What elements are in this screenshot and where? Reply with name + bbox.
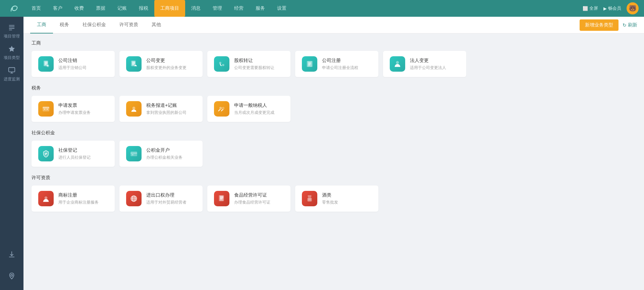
page-content: 工商公司注销适用于注销公司公司变更股权变更外的业务变更股权转让公司变更需要股权转… — [23, 33, 644, 290]
nav-item-票据[interactable]: 票据 — [90, 0, 111, 17]
main-layout: 项目管理 项目类型 进度监测 — [0, 17, 644, 290]
card-icon — [126, 146, 142, 161]
svg-rect-41 — [308, 200, 311, 200]
nav-item-服务[interactable]: 服务 — [250, 0, 271, 17]
svg-rect-28 — [132, 154, 133, 155]
card-description: 办理食品经营许可证 — [234, 200, 270, 205]
nav-item-记账[interactable]: 记账 — [111, 0, 133, 17]
fullscreen-icon: ⬜ — [583, 6, 588, 11]
refresh-icon: ↻ — [623, 22, 627, 28]
svg-point-0 — [12, 8, 13, 9]
service-card[interactable]: 申请一般纳税人当月或次月成变更完成 — [207, 96, 290, 122]
section-社保公积金: 社保公积金社保登记进行人员社保登记公积金开户办理公积金相关业务 — [32, 130, 636, 167]
nav-item-收费[interactable]: 收费 — [68, 0, 90, 17]
sidebar-bottom — [0, 244, 23, 287]
service-card[interactable]: 商标注册用于企业商标注册服务 — [32, 186, 115, 212]
download-icon — [7, 250, 16, 259]
card-name: 食品经营许可证 — [234, 192, 270, 198]
nav-item-设置[interactable]: 设置 — [271, 0, 292, 17]
new-type-button[interactable]: 新增业务类型 — [580, 19, 619, 31]
user-avatar[interactable]: 🐻 — [627, 2, 639, 14]
card-icon — [38, 191, 54, 206]
svg-marker-5 — [9, 46, 15, 51]
svg-rect-9 — [9, 257, 15, 257]
tab-bar-right: 新增业务类型 ↻ 刷新 — [580, 19, 637, 31]
service-card[interactable]: 社保登记进行人员社保登记 — [32, 141, 115, 167]
card-text: 申请一般纳税人当月或次月成变更完成 — [234, 102, 274, 116]
card-name: 公积金开户 — [146, 147, 182, 153]
service-card[interactable]: 公司注册申请公司注册全流程 — [295, 51, 378, 77]
card-description: 办理申请发票业务 — [58, 110, 91, 116]
sidebar-item-project-type[interactable]: 项目类型 — [0, 42, 23, 63]
sidebar-item-project-management[interactable]: 项目管理 — [0, 20, 23, 42]
tab-社保公积金[interactable]: 社保公积金 — [76, 17, 113, 33]
service-card[interactable]: 股权转让公司变更需要股权转让 — [207, 51, 290, 77]
fullscreen-button[interactable]: ⬜ 全屏 — [583, 5, 598, 11]
card-description: 公司变更需要股权转让 — [234, 65, 274, 71]
card-name: 社保登记 — [58, 147, 91, 153]
svg-rect-26 — [130, 152, 137, 156]
svg-point-29 — [45, 197, 48, 200]
service-card[interactable]: 法人变更适用于公司变更法人 — [383, 51, 466, 77]
card-text: 公司变更股权变更外的业务变更 — [146, 58, 186, 71]
svg-point-17 — [222, 64, 224, 66]
card-description: 办理公积金相关业务 — [146, 155, 182, 160]
nav-item-首页[interactable]: 首页 — [25, 0, 47, 17]
star-icon — [7, 44, 16, 54]
tab-工商[interactable]: 工商 — [30, 17, 53, 33]
tab-其他[interactable]: 其他 — [145, 17, 168, 33]
svg-rect-6 — [9, 67, 15, 72]
card-text: 社保登记进行人员社保登记 — [58, 147, 91, 160]
card-name: 公司注册 — [322, 58, 358, 64]
logo — [5, 0, 22, 17]
refresh-button[interactable]: ↻ 刷新 — [623, 22, 637, 28]
cards-grid: 社保登记进行人员社保登记公积金开户办理公积金相关业务 — [32, 141, 636, 167]
service-card[interactable]: 公积金开户办理公积金相关业务 — [119, 141, 203, 167]
card-icon — [302, 191, 317, 206]
service-card[interactable]: 酒类零售批发 — [295, 186, 378, 212]
nav-item-客户[interactable]: 客户 — [47, 0, 68, 17]
service-card[interactable]: 公司变更股权变更外的业务变更 — [119, 51, 203, 77]
section-title: 工商 — [32, 40, 636, 46]
service-card[interactable]: 税务报道+记账拿到营业执照的新公司 — [119, 96, 203, 122]
card-text: 公司注销适用于注销公司 — [58, 58, 87, 71]
card-name: 进出口权办理 — [146, 192, 186, 198]
service-card[interactable]: 申请发票办理申请发票业务 — [32, 96, 115, 122]
svg-rect-40 — [308, 199, 311, 199]
svg-rect-2 — [9, 26, 15, 27]
card-icon — [126, 191, 142, 206]
nav-item-报税[interactable]: 报税 — [133, 0, 154, 17]
card-description: 进行人员社保登记 — [58, 155, 91, 160]
sidebar-item-progress-monitor[interactable]: 进度监测 — [0, 63, 23, 84]
card-description: 零售批发 — [322, 200, 338, 205]
card-description: 拿到营业执照的新公司 — [146, 110, 186, 116]
nav-item-工商项目[interactable]: 工商项目 — [154, 0, 185, 17]
service-card[interactable]: 食品经营许可证办理食品经营许可证 — [207, 186, 290, 212]
nav-item-经营[interactable]: 经营 — [228, 0, 250, 17]
tab-许可资质[interactable]: 许可资质 — [113, 17, 145, 33]
card-text: 食品经营许可证办理食品经营许可证 — [234, 192, 270, 205]
nav-item-管理[interactable]: 管理 — [207, 0, 228, 17]
svg-point-21 — [396, 61, 399, 64]
tab-税务[interactable]: 税务 — [53, 17, 76, 33]
section-title: 税务 — [32, 85, 636, 91]
card-description: 适用于公司变更法人 — [410, 65, 446, 71]
top-nav-right: ⬜ 全屏 ▶ 畅会员 🐻 — [583, 2, 639, 14]
sidebar-item-download[interactable] — [0, 244, 23, 265]
sidebar-item-location[interactable] — [0, 265, 23, 287]
nav-item-消息[interactable]: 消息 — [185, 0, 207, 17]
cards-grid: 申请发票办理申请发票业务税务报道+记账拿到营业执照的新公司申请一般纳税人当月或次… — [32, 96, 636, 122]
member-button[interactable]: ▶ 畅会员 — [603, 5, 621, 11]
card-description: 股权变更外的业务变更 — [146, 65, 186, 71]
nav-items: 首页客户收费票据记账报税工商项目消息管理经营服务设置 — [25, 0, 583, 17]
card-description: 当月或次月成变更完成 — [234, 110, 274, 116]
section-title: 许可资质 — [32, 175, 636, 181]
card-text: 税务报道+记账拿到营业执照的新公司 — [146, 102, 186, 116]
card-description: 用于企业商标注册服务 — [58, 200, 99, 205]
svg-rect-4 — [9, 29, 12, 30]
card-text: 法人变更适用于公司变更法人 — [410, 58, 446, 71]
service-card[interactable]: 公司注销适用于注销公司 — [32, 51, 115, 77]
card-name: 税务报道+记账 — [146, 102, 186, 108]
card-icon — [38, 101, 54, 117]
service-card[interactable]: 进出口权办理适用于对外贸易经营者 — [119, 186, 203, 212]
